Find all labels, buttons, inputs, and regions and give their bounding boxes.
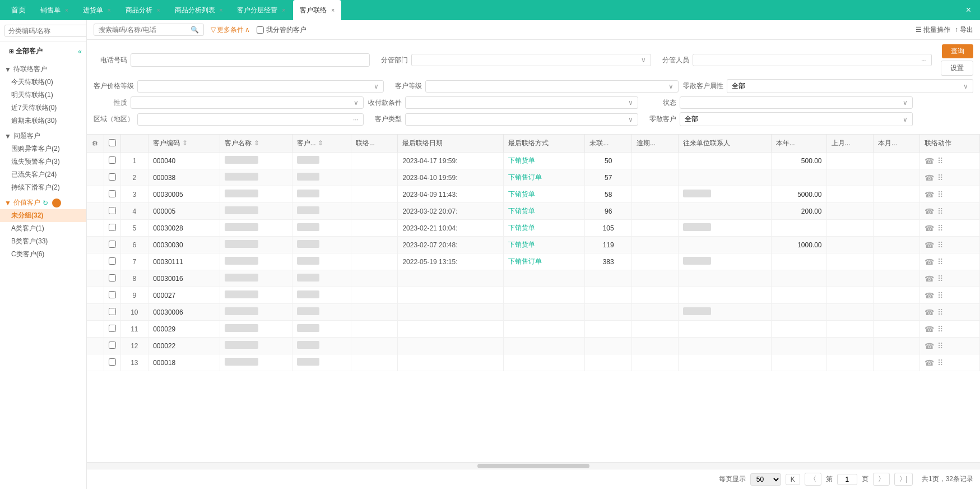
th-contact[interactable]: 联络... bbox=[351, 135, 397, 153]
menu-icon[interactable]: ⠿ bbox=[937, 291, 943, 300]
th-contact-person[interactable]: 往来单位联系人 bbox=[679, 135, 771, 153]
sidebar-item-c-class[interactable]: C类客户(6) bbox=[0, 248, 86, 261]
row-checkbox[interactable] bbox=[109, 190, 116, 197]
menu-icon[interactable]: ⠿ bbox=[937, 274, 943, 283]
close-icon[interactable]: × bbox=[108, 7, 111, 13]
menu-icon[interactable]: ⠿ bbox=[937, 342, 943, 350]
dept-select[interactable]: ∨ bbox=[411, 54, 651, 66]
sidebar-group-title-pending[interactable]: ▼ 待联络客户 bbox=[0, 63, 86, 76]
sidebar-group-title-problem[interactable]: ▼ 问题客户 bbox=[0, 130, 86, 142]
contact-icon[interactable]: ☎ bbox=[925, 342, 934, 350]
last-page-button[interactable]: 〉| bbox=[894, 473, 913, 486]
th-this-year[interactable]: 本年... bbox=[771, 135, 826, 153]
last-method-link[interactable]: 下销售订单 bbox=[508, 173, 542, 181]
page-number-input[interactable] bbox=[837, 474, 857, 485]
row-checkbox[interactable] bbox=[109, 291, 116, 298]
row-checkbox[interactable] bbox=[109, 241, 116, 248]
sidebar-item-abnormal[interactable]: 囤购异常客户(2) bbox=[0, 142, 86, 155]
price-select[interactable]: ∨ bbox=[137, 80, 384, 93]
close-icon[interactable]: × bbox=[282, 7, 285, 13]
row-checkbox[interactable] bbox=[109, 308, 116, 315]
th-last-date[interactable]: 最后联络日期 bbox=[398, 135, 503, 153]
row-checkbox[interactable] bbox=[109, 325, 116, 332]
sidebar-item-b-class[interactable]: B类客户(33) bbox=[0, 235, 86, 248]
contact-icon[interactable]: ☎ bbox=[925, 325, 934, 334]
person-select[interactable]: ··· bbox=[693, 54, 932, 66]
contact-icon[interactable]: ☎ bbox=[925, 274, 934, 283]
th-last-month[interactable]: 上月... bbox=[826, 135, 873, 153]
sidebar-item-today[interactable]: 今天待联络(0) bbox=[0, 76, 86, 89]
area-select[interactable]: ··· bbox=[137, 113, 364, 126]
sidebar-all-customers[interactable]: ⊞ 全部客户 bbox=[4, 44, 47, 58]
nature-select[interactable]: ∨ bbox=[131, 96, 364, 109]
last-method-link[interactable]: 下销售订单 bbox=[508, 257, 542, 265]
row-checkbox[interactable] bbox=[109, 274, 116, 282]
my-customers-checkbox[interactable]: 我分管的客户 bbox=[257, 25, 306, 35]
th-no-contact[interactable]: 未联... bbox=[585, 135, 631, 153]
horizontal-scrollbar[interactable] bbox=[87, 462, 980, 469]
nav-tab-analysis[interactable]: 商品分析 × bbox=[119, 0, 167, 20]
row-checkbox[interactable] bbox=[109, 173, 116, 181]
contact-icon[interactable]: ☎ bbox=[925, 358, 934, 367]
retail-select[interactable]: 全部 ∨ bbox=[680, 112, 913, 126]
contact-icon[interactable]: ☎ bbox=[925, 190, 934, 199]
sidebar-item-7days[interactable]: 近7天待联络(0) bbox=[0, 102, 86, 114]
last-method-link[interactable]: 下销货单 bbox=[508, 207, 535, 215]
batch-op-button[interactable]: ☰ 批量操作 bbox=[916, 25, 950, 35]
menu-icon[interactable]: ⠿ bbox=[937, 308, 943, 317]
type-select[interactable]: ∨ bbox=[405, 113, 638, 126]
contact-icon[interactable]: ☎ bbox=[925, 173, 934, 182]
contact-icon[interactable]: ☎ bbox=[925, 241, 934, 250]
close-icon[interactable]: × bbox=[65, 7, 68, 13]
close-icon[interactable]: × bbox=[157, 7, 160, 13]
row-checkbox[interactable] bbox=[109, 224, 116, 231]
row-checkbox[interactable] bbox=[109, 358, 116, 366]
sidebar-search-input[interactable] bbox=[4, 25, 87, 37]
scrollbar-thumb[interactable] bbox=[477, 464, 589, 468]
filter-search-input[interactable] bbox=[99, 26, 188, 34]
sidebar-item-declining[interactable]: 持续下滑客户(2) bbox=[0, 181, 86, 194]
row-checkbox[interactable] bbox=[109, 207, 116, 214]
last-method-link[interactable]: 下销货单 bbox=[508, 156, 535, 164]
nav-tab-analysis-list[interactable]: 商品分析列表 × bbox=[168, 0, 230, 20]
top-close-button[interactable]: × bbox=[962, 5, 976, 15]
my-customers-check[interactable] bbox=[257, 26, 264, 34]
export-button[interactable]: ↑ 导出 bbox=[955, 25, 973, 35]
menu-icon[interactable]: ⠿ bbox=[937, 257, 943, 266]
last-method-link[interactable]: 下销货单 bbox=[508, 241, 535, 248]
prev-page-button[interactable]: 〈 bbox=[805, 473, 821, 486]
close-icon[interactable]: × bbox=[220, 7, 223, 13]
nav-tab-purchase[interactable]: 进货单 × bbox=[76, 0, 118, 20]
sidebar-group-title-value[interactable]: ▼ 价值客户 ↻ bbox=[0, 196, 86, 209]
menu-icon[interactable]: ⠿ bbox=[937, 156, 943, 165]
nav-tab-sales[interactable]: 销售单 × bbox=[34, 0, 75, 20]
row-checkbox[interactable] bbox=[109, 257, 116, 265]
contact-icon[interactable]: ☎ bbox=[925, 207, 934, 216]
th-type[interactable]: 客户... ⇕ bbox=[292, 135, 351, 153]
th-name[interactable]: 客户名称 ⇕ bbox=[220, 135, 292, 153]
last-method-link[interactable]: 下销货单 bbox=[508, 224, 535, 232]
nav-tab-customer-mgmt[interactable]: 客户分层经营 × bbox=[230, 0, 292, 20]
menu-icon[interactable]: ⠿ bbox=[937, 358, 943, 367]
row-checkbox[interactable] bbox=[109, 342, 116, 349]
select-all-checkbox[interactable] bbox=[109, 139, 116, 146]
row-checkbox[interactable] bbox=[109, 156, 116, 164]
th-this-month[interactable]: 本月... bbox=[874, 135, 920, 153]
th-overdue[interactable]: 逾期... bbox=[631, 135, 678, 153]
last-method-link[interactable]: 下销货单 bbox=[508, 190, 535, 198]
contact-icon[interactable]: ☎ bbox=[925, 224, 934, 233]
contact-icon[interactable]: ☎ bbox=[925, 308, 934, 317]
menu-icon[interactable]: ⠿ bbox=[937, 241, 943, 250]
menu-icon[interactable]: ⠿ bbox=[937, 190, 943, 199]
refresh-icon[interactable]: ↻ bbox=[43, 199, 48, 207]
pay-select[interactable]: ∨ bbox=[405, 96, 638, 109]
th-settings[interactable]: ⚙ bbox=[87, 135, 104, 153]
nav-home[interactable]: 首页 bbox=[4, 0, 32, 20]
sidebar-item-tomorrow[interactable]: 明天待联络(1) bbox=[0, 89, 86, 102]
menu-icon[interactable]: ⠿ bbox=[937, 173, 943, 182]
contact-icon[interactable]: ☎ bbox=[925, 257, 934, 266]
th-last-method[interactable]: 最后联络方式 bbox=[503, 135, 585, 153]
sidebar-item-warning[interactable]: 流失预警客户(3) bbox=[0, 155, 86, 168]
level-select[interactable]: ∨ bbox=[425, 80, 679, 93]
contact-icon[interactable]: ☎ bbox=[925, 156, 934, 165]
